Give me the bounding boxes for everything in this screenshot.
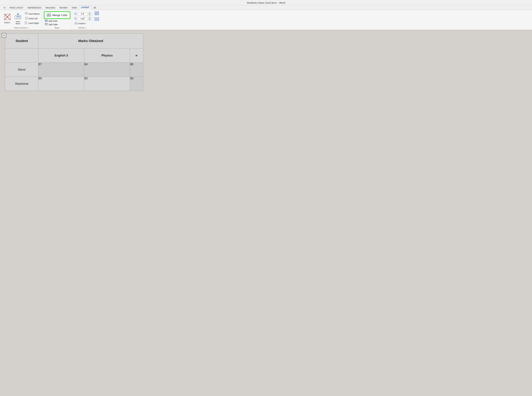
split-table-button[interactable]: Split Table — [44, 23, 70, 26]
tab-page-layout[interactable]: PAGE LAYOUT — [7, 6, 26, 10]
split-cells-button[interactable]: Split Cells — [44, 19, 70, 23]
delete-button[interactable]: Delete ▾ — [3, 13, 12, 24]
tab-de[interactable]: DE — [91, 6, 98, 10]
rows-columns-content: Delete ▾ InsertAbove — [3, 11, 40, 27]
insert-below-label: Insert Below — [29, 13, 40, 15]
svg-rect-16 — [26, 17, 28, 20]
width-increment-button[interactable]: ▲ — [89, 17, 91, 19]
svg-rect-56 — [95, 14, 99, 15]
col-width-icon — [74, 17, 77, 21]
split-table-icon — [45, 23, 48, 26]
header-row-2: English 3 Physics M — [5, 48, 143, 63]
height-decrement-button[interactable]: ▼ — [89, 14, 91, 16]
svg-marker-40 — [75, 12, 76, 13]
svg-rect-14 — [26, 13, 27, 14]
height-spinner-arrows: ▲ ▼ — [89, 12, 91, 16]
app-title: Students Class Card.docx - Word — [247, 1, 285, 4]
svg-rect-26 — [47, 15, 51, 17]
insert-below-icon — [25, 12, 28, 16]
insert-right-icon — [25, 21, 28, 25]
steve-physics-cell: 84 — [84, 63, 130, 77]
insert-right-button[interactable]: Insert Right — [24, 21, 40, 25]
table-row: Steve 87 84 88 — [5, 63, 143, 77]
autofit-label: AutoFit — [78, 23, 85, 25]
document-area: ✛ Student Marks Obtained English 3 Physi — [0, 30, 532, 130]
steve-name-cell: Steve — [5, 63, 38, 77]
insert-left-label: Insert Left — [29, 17, 37, 20]
insert-right-label: Insert Right — [29, 22, 39, 24]
merge-cells-button[interactable]: Merge Cells — [44, 12, 70, 19]
width-spinner-arrows: ▲ ▼ — [89, 17, 91, 21]
svg-marker-10 — [17, 13, 19, 15]
width-decrement-button[interactable]: ▼ — [89, 19, 91, 20]
student-name-subheader — [5, 48, 38, 63]
svg-rect-55 — [95, 13, 99, 14]
stephanie-english3-cell: 89 — [38, 77, 84, 91]
title-bar: Students Class Card.docx - Word — [0, 0, 532, 5]
m-header: M — [130, 48, 143, 63]
move-icon: ✛ — [3, 34, 5, 37]
split-cells-label: Split Cells — [48, 20, 57, 22]
insert-left-button[interactable]: Insert Left — [24, 17, 40, 21]
table-row: Stephanie 89 90 90 — [5, 77, 143, 91]
steve-m-cell: 88 — [130, 63, 143, 77]
svg-rect-58 — [96, 17, 97, 21]
svg-rect-24 — [47, 13, 49, 15]
delete-label: Delete ▾ — [4, 22, 11, 24]
insert-options-group: Insert Below Insert Left — [24, 12, 40, 25]
student-header: Student — [5, 34, 38, 48]
marks-obtained-header: Marks Obtained — [38, 34, 143, 48]
tab-mailings[interactable]: MAILINGS — [44, 6, 57, 10]
cell-size-label: Cell Size ⤡ — [74, 27, 91, 29]
rows-columns-group: Delete ▾ InsertAbove — [1, 11, 42, 29]
height-spinner-row: ▲ ▼ — [74, 12, 91, 16]
distribution-group — [93, 11, 100, 29]
students-table: Student Marks Obtained English 3 Physics… — [5, 33, 143, 91]
autofit-button[interactable]: AutoFit ▾ — [74, 22, 91, 25]
split-cells-icon — [45, 20, 48, 23]
steve-english3-cell: 87 — [38, 63, 84, 77]
split-table-label: Split Table — [48, 23, 58, 26]
insert-above-button[interactable]: InsertAbove — [13, 12, 23, 25]
tab-view[interactable]: VIEW — [70, 6, 79, 10]
height-increment-button[interactable]: ▲ — [89, 12, 91, 14]
delete-icon — [4, 13, 11, 21]
merge-cells-label: Merge Cells — [52, 14, 67, 17]
insert-above-icon — [14, 12, 22, 20]
height-input[interactable] — [78, 12, 88, 16]
width-input[interactable] — [78, 17, 88, 20]
distribute-rows-button[interactable] — [94, 11, 99, 16]
insert-above-label: InsertAbove — [16, 21, 20, 25]
stephanie-name-cell: Stephanie — [5, 77, 38, 91]
svg-rect-20 — [25, 22, 27, 24]
tab-n[interactable]: N — [2, 6, 7, 10]
tab-review[interactable]: REVIEW — [57, 6, 70, 10]
svg-rect-25 — [49, 13, 51, 15]
svg-rect-54 — [95, 12, 99, 12]
merge-cells-icon — [47, 13, 51, 17]
ribbon-tab-bar: N PAGE LAYOUT REFERENCES MAILINGS REVIEW… — [0, 5, 532, 10]
autofit-icon — [75, 22, 78, 25]
distribute-cols-button[interactable] — [94, 17, 99, 22]
cell-size-group: ▲ ▼ ▲ ▼ — [72, 11, 93, 29]
tab-references[interactable]: REFERENCES — [26, 6, 44, 10]
merge-group: Merge Cells Split Cells — [42, 11, 72, 29]
table-move-handle[interactable]: ✛ — [2, 33, 6, 38]
header-row-1: Student Marks Obtained — [5, 34, 143, 48]
stephanie-physics-cell: 90 — [84, 77, 130, 91]
ribbon: Delete ▾ InsertAbove — [0, 10, 532, 30]
svg-marker-45 — [74, 18, 75, 19]
svg-marker-53 — [76, 23, 76, 24]
svg-marker-42 — [75, 15, 76, 15]
row-height-icon — [74, 12, 77, 16]
merge-group-label: Merge — [44, 27, 70, 29]
svg-rect-57 — [95, 17, 95, 21]
svg-rect-43 — [75, 17, 76, 20]
insert-left-icon — [25, 17, 28, 20]
physics-header: Physics — [84, 48, 130, 63]
svg-marker-47 — [76, 18, 77, 19]
svg-rect-38 — [74, 13, 77, 14]
tab-layout[interactable]: LAYOUT — [79, 5, 91, 10]
insert-below-button[interactable]: Insert Below — [24, 12, 40, 16]
svg-rect-9 — [16, 16, 20, 17]
